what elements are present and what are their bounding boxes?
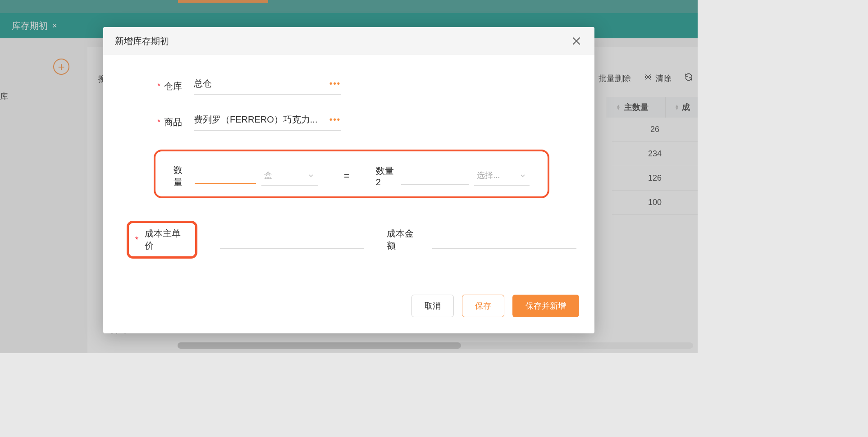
required-indicator: *	[135, 235, 138, 245]
cancel-button[interactable]: 取消	[411, 295, 454, 317]
qty2-label: 数量2	[376, 165, 396, 187]
qty1-unit-select[interactable]: 盒	[261, 167, 318, 186]
save-and-new-button[interactable]: 保存并新增	[512, 295, 579, 317]
save-button[interactable]: 保存	[462, 295, 504, 317]
cost-amount-label: 成本金额	[387, 228, 422, 252]
ellipsis-icon[interactable]: •••	[329, 79, 341, 88]
product-label: 商品	[164, 116, 186, 128]
modal-add-inventory: 新增库存期初 * 仓库 总仓 ••• * 商品	[103, 27, 594, 333]
quantity-section: 数量 盒 = 数量2 选择...	[154, 150, 549, 198]
warehouse-label: 仓库	[164, 80, 186, 92]
warehouse-value: 总仓	[194, 77, 212, 90]
required-indicator: *	[157, 82, 160, 91]
field-warehouse: * 仓库 总仓 •••	[121, 77, 576, 95]
product-value: 费列罗（FERRERO）巧克力...	[194, 114, 317, 126]
close-icon[interactable]	[570, 35, 583, 47]
cost-unit-label: 成本主单价	[145, 228, 189, 252]
qty1-input[interactable]	[195, 168, 256, 184]
qty2-input[interactable]	[401, 168, 469, 185]
cost-row: * 成本主单价 成本金额	[121, 221, 576, 259]
qty2-unit-select[interactable]: 选择...	[474, 167, 530, 186]
qty2-unit-placeholder: 选择...	[477, 170, 500, 181]
modal-overlay: 新增库存期初 * 仓库 总仓 ••• * 商品	[0, 0, 698, 353]
chevron-down-icon	[520, 172, 527, 179]
field-product: * 商品 费列罗（FERRERO）巧克力... •••	[121, 114, 576, 131]
cost-unit-input[interactable]	[220, 231, 365, 249]
ellipsis-icon[interactable]: •••	[329, 115, 341, 124]
modal-title: 新增库存期初	[115, 35, 169, 47]
product-picker[interactable]: 费列罗（FERRERO）巧克力... •••	[194, 114, 341, 131]
equals-sign: =	[344, 170, 350, 182]
required-indicator: *	[157, 118, 160, 127]
qty1-label: 数量	[174, 164, 189, 188]
cost-amount-input[interactable]	[432, 231, 576, 249]
cost-unit-label-box: * 成本主单价	[127, 221, 197, 259]
warehouse-picker[interactable]: 总仓 •••	[194, 77, 341, 95]
qty1-unit-placeholder: 盒	[264, 170, 272, 181]
chevron-down-icon	[308, 172, 315, 179]
